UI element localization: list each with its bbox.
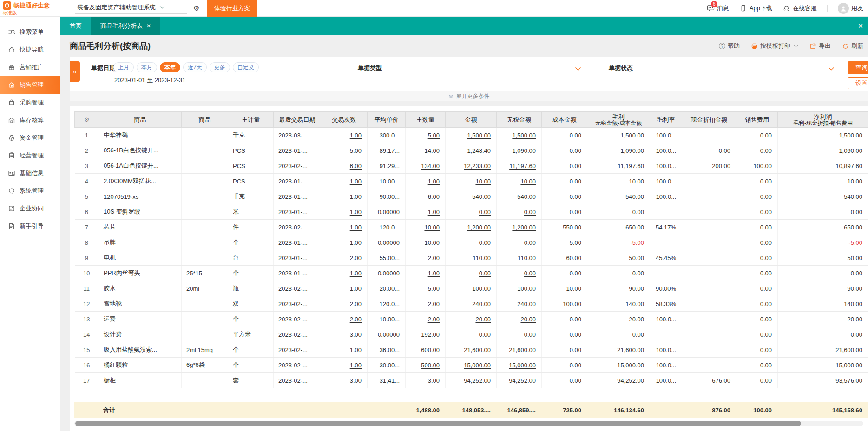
date-pill-1[interactable]: 本月	[137, 62, 157, 72]
cell[interactable]: 0.00	[497, 327, 542, 342]
tab-close-icon[interactable]: ✕	[146, 23, 151, 29]
cell[interactable]: 2.00	[406, 312, 446, 327]
cell[interactable]: 1.00	[321, 281, 368, 296]
cell[interactable]: 0.00	[497, 266, 542, 281]
sidebar-item-gift[interactable]: 营销推广	[0, 59, 60, 76]
table-row[interactable]: 17橱柜套2023-02-...3.0031,41...3.0094,252.0…	[75, 373, 868, 388]
sidebar-item-money[interactable]: 资金管理	[0, 129, 60, 147]
cell[interactable]: 1.00	[321, 220, 368, 235]
cell[interactable]: 540.00	[497, 189, 542, 204]
cell[interactable]: 1,200.00	[497, 220, 542, 235]
cell[interactable]: 2.00	[406, 250, 446, 266]
table-row[interactable]: 13运费个2023-02-...2.0010.00...2.0020.0020.…	[75, 312, 868, 327]
sidebar-item-collab[interactable]: 企业协同	[0, 200, 60, 217]
table-row[interactable]: 8吊牌个2023-01-...1.000.0000010.000.000.005…	[75, 235, 868, 250]
cell[interactable]: 5.00	[406, 281, 446, 296]
query-button[interactable]: 查询	[848, 61, 868, 74]
app-download-button[interactable]: App下载	[739, 4, 772, 13]
filter-settings-button[interactable]: 设置	[848, 77, 868, 89]
expand-more-conditions[interactable]: 展开更多条件	[70, 91, 868, 101]
cell[interactable]: 2.00	[321, 312, 368, 327]
cell[interactable]: 1.00	[321, 342, 368, 358]
cell[interactable]: 15,000.00	[446, 358, 497, 373]
cell[interactable]: 20.00	[497, 312, 542, 327]
cell[interactable]: 0.00	[446, 235, 497, 250]
cell[interactable]: 1.00	[321, 358, 368, 373]
online-service-button[interactable]: 在线客服	[783, 4, 817, 13]
cell[interactable]: 20.00	[446, 312, 497, 327]
cell[interactable]: 10.00	[497, 174, 542, 189]
sidebar-item-search[interactable]: 搜索菜单	[0, 23, 60, 41]
cell[interactable]: 3.00	[406, 373, 446, 388]
cell[interactable]: 21,600.00	[497, 342, 542, 358]
cell[interactable]: 12,233.00	[446, 158, 497, 174]
sidebar-item-bag[interactable]: 采购管理	[0, 94, 60, 111]
cell[interactable]: 94,252.00	[446, 373, 497, 388]
cell[interactable]: 110.00	[497, 250, 542, 266]
cell[interactable]: 600.00	[406, 342, 446, 358]
scrollbar-thumb[interactable]	[75, 421, 801, 426]
table-row[interactable]: 512070519-xs千克2023-01-...1.0090.00...6.0…	[75, 189, 868, 204]
column-settings-header[interactable]: ⚙	[75, 112, 99, 128]
cell[interactable]: 100.00	[446, 281, 497, 296]
cell[interactable]: 14.00	[406, 143, 446, 158]
cell[interactable]: 1.00	[321, 204, 368, 220]
cell[interactable]: 100.00	[497, 281, 542, 296]
cell[interactable]: 1.00	[321, 266, 368, 281]
date-pill-5[interactable]: 自定义	[233, 62, 259, 72]
sidebar-item-clipboard[interactable]: 经营管理	[0, 147, 60, 164]
cell[interactable]: 240.00	[497, 296, 542, 312]
user-menu[interactable]: 用友	[838, 3, 863, 14]
trial-plan-button[interactable]: 体验行业方案	[207, 0, 257, 17]
cell[interactable]: 1,248.40	[446, 143, 497, 158]
cell[interactable]: 1.00	[406, 204, 446, 220]
table-row[interactable]: 14设计费平方米2023-02-...3.000.00000192.000.00…	[75, 327, 868, 342]
cell[interactable]: 0.00	[497, 235, 542, 250]
table-row[interactable]: 2056-1B白色按键开...PCS2023-01-...5.0089.17..…	[75, 143, 868, 158]
table-row[interactable]: 610S 变斜罗缎米2023-01-...1.000.000001.000.00…	[75, 204, 868, 220]
cell[interactable]: 21,600.00	[446, 342, 497, 358]
chevron-down-icon[interactable]	[794, 45, 798, 48]
sidebar-item-system[interactable]: 系统管理	[0, 182, 60, 200]
cell[interactable]: 1.00	[321, 189, 368, 204]
cell[interactable]: 134.00	[406, 158, 446, 174]
cell[interactable]: 110.00	[446, 250, 497, 266]
cell[interactable]: 1.00	[321, 174, 368, 189]
cell[interactable]: 2.00	[321, 296, 368, 312]
cell[interactable]: 6.00	[321, 158, 368, 174]
cell[interactable]: 0.00	[497, 204, 542, 220]
table-row[interactable]: 10PPR内丝弯头25*15个2023-01-...1.000.000001.0…	[75, 266, 868, 281]
table-row[interactable]: 9电机台2023-01-...2.0055.00...2.00110.00110…	[75, 250, 868, 266]
cell[interactable]: 2.00	[321, 250, 368, 266]
cell[interactable]: 10.00	[406, 235, 446, 250]
cell[interactable]: 3.00	[321, 373, 368, 388]
sidebar-item-idcard[interactable]: 基础信息	[0, 164, 60, 182]
cell[interactable]: 94,252.00	[497, 373, 542, 388]
cell[interactable]: 3.00	[321, 327, 368, 342]
cell[interactable]: 5.00	[321, 143, 368, 158]
export-button[interactable]: 导出	[809, 42, 831, 50]
cell[interactable]: 1.00	[321, 235, 368, 250]
date-pill-2[interactable]: 本年	[160, 62, 180, 72]
sidebar-item-sales[interactable]: 销售管理	[0, 76, 60, 94]
cell[interactable]: 1.00	[406, 266, 446, 281]
cell[interactable]: 1,500.00	[446, 128, 497, 143]
cell[interactable]: 540.00	[446, 189, 497, 204]
cell[interactable]: 2.00	[406, 296, 446, 312]
doc-status-select[interactable]	[637, 63, 836, 74]
cell[interactable]: 240.00	[446, 296, 497, 312]
cell[interactable]: 1,200.00	[446, 220, 497, 235]
product-selector[interactable]: 装备及固定资产辅助管理系统	[75, 2, 187, 14]
cell[interactable]: 0.00	[446, 266, 497, 281]
print-by-template-button[interactable]: 按模板打印	[751, 42, 798, 50]
table-row[interactable]: 15吸入用盐酸氨溴索...2ml:15mg个2023-02-...1.0036.…	[75, 342, 868, 358]
table-row[interactable]: 11胶水20ml瓶2023-02-...1.0020.00...5.00100.…	[75, 281, 868, 296]
cell[interactable]: 192.00	[406, 327, 446, 342]
cell[interactable]: 0.00	[446, 327, 497, 342]
collapse-filter-button[interactable]: »	[70, 61, 80, 82]
doc-type-select[interactable]	[388, 63, 583, 74]
table-row[interactable]: 12雪地靴双2023-02-...2.00120.0...2.00240.002…	[75, 296, 868, 312]
cell[interactable]: 0.00	[446, 204, 497, 220]
table-row[interactable]: 7芯片件2023-02-...1.00120.0...10.001,200.00…	[75, 220, 868, 235]
cell[interactable]: 1,500.00	[497, 128, 542, 143]
